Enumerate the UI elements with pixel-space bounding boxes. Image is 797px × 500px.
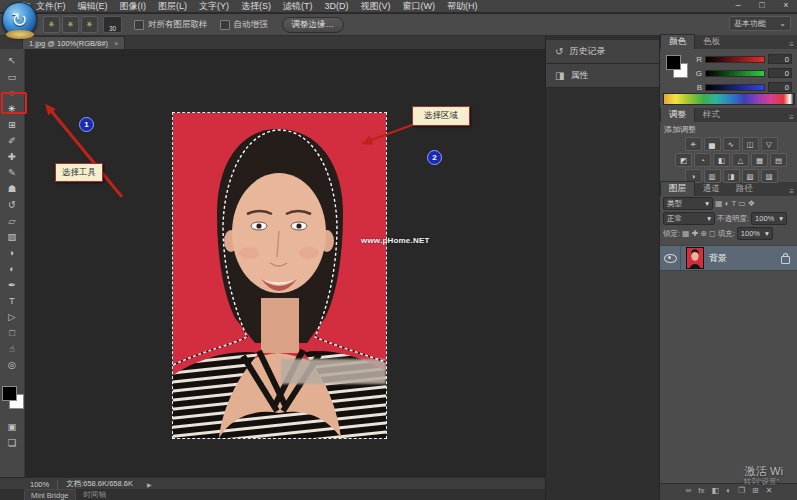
menu-layer[interactable]: 图层(L) <box>152 0 193 13</box>
red-value[interactable]: 0 <box>768 54 792 64</box>
foreground-color-swatch[interactable] <box>2 386 17 401</box>
gradient-tool[interactable]: ▧ <box>3 228 22 244</box>
screen-mode-button[interactable]: ❏ <box>3 434 22 450</box>
foreground-color-swatch-panel[interactable] <box>666 55 681 70</box>
curves-icon[interactable]: ∿ <box>723 137 740 151</box>
zoom-level-field[interactable]: 100% <box>30 480 49 489</box>
fill-field[interactable]: 100%▾ <box>737 227 773 240</box>
blur-tool[interactable]: ◗ <box>3 244 22 260</box>
menu-3d[interactable]: 3D(D) <box>319 1 355 11</box>
eraser-tool[interactable]: ▱ <box>3 212 22 228</box>
levels-icon[interactable]: ▅ <box>704 137 721 151</box>
properties-panel-button[interactable]: ◨ 属性 <box>546 64 660 88</box>
color-balance-icon[interactable]: ◔ <box>694 153 711 167</box>
photo-document[interactable] <box>172 112 387 439</box>
lock-transparency-icon[interactable]: ▦ <box>682 229 690 238</box>
color-spectrum-bar[interactable] <box>663 93 795 105</box>
lock-all-icon[interactable]: ◻ <box>709 229 716 238</box>
menu-view[interactable]: 视图(V) <box>355 0 397 13</box>
layer-visibility-toggle[interactable] <box>660 246 681 270</box>
exposure-icon[interactable]: ◫ <box>742 137 759 151</box>
filter-smart-object-icon[interactable]: ❖ <box>748 199 755 208</box>
auto-enhance-checkbox[interactable] <box>220 20 230 30</box>
brightness-contrast-icon[interactable]: ☀ <box>685 137 702 151</box>
crop-tool[interactable]: ⊞ <box>3 116 22 132</box>
minimize-button[interactable]: – <box>731 0 745 10</box>
brush-tool[interactable]: ✎ <box>3 164 22 180</box>
hue-saturation-icon[interactable]: ◩ <box>675 153 692 167</box>
pen-tool[interactable]: ✒ <box>3 276 22 292</box>
refine-edge-button[interactable]: 调整边缘… <box>282 17 345 33</box>
black-white-icon[interactable]: ◧ <box>713 153 730 167</box>
posterize-icon[interactable]: ▥ <box>704 169 721 183</box>
menu-window[interactable]: 窗口(W) <box>397 0 442 13</box>
green-value[interactable]: 0 <box>768 68 792 78</box>
quick-mask-button[interactable]: ▣ <box>3 418 22 434</box>
panel-menu-icon[interactable]: ≡ <box>789 40 797 49</box>
adjustment-layer-icon[interactable]: ◐ <box>726 486 731 495</box>
tab-adjustments[interactable]: 调整 <box>660 107 695 122</box>
layer-group-icon[interactable]: ❐ <box>738 486 745 495</box>
shape-tool[interactable]: □ <box>3 324 22 340</box>
type-tool[interactable]: T <box>3 292 22 308</box>
document-tab[interactable]: 1.jpg @ 100%(RGB/8#) × <box>22 36 125 50</box>
filter-shape-icon[interactable]: ▭ <box>738 199 746 208</box>
clone-stamp-tool[interactable]: ☗ <box>3 180 22 196</box>
color-lookup-icon[interactable]: ▤ <box>770 153 787 167</box>
photo-filter-icon[interactable]: △ <box>732 153 749 167</box>
tab-color[interactable]: 颜色 <box>660 34 695 49</box>
timeline-button[interactable]: 时间轴 <box>84 490 107 500</box>
opacity-field[interactable]: 100%▾ <box>751 212 787 225</box>
threshold-icon[interactable]: ◨ <box>723 169 740 183</box>
tab-styles[interactable]: 样式 <box>695 108 728 122</box>
panel-menu-icon[interactable]: ≡ <box>789 113 797 122</box>
selective-color-icon[interactable]: ▨ <box>761 169 778 183</box>
tab-layers[interactable]: 图层 <box>660 181 695 196</box>
workspace-switcher[interactable]: 基本功能 ⌄ <box>729 16 791 31</box>
filter-pixel-icon[interactable]: ▦ <box>715 199 723 208</box>
dodge-tool[interactable]: ◐ <box>3 260 22 276</box>
channel-mixer-icon[interactable]: ▦ <box>751 153 768 167</box>
link-layers-icon[interactable]: ∞ <box>686 486 692 495</box>
close-button[interactable]: × <box>779 0 793 10</box>
tab-swatches[interactable]: 色板 <box>695 35 728 49</box>
menu-type[interactable]: 文字(Y) <box>193 0 235 13</box>
hand-tool[interactable]: ☝ <box>3 340 22 356</box>
eyedropper-tool[interactable]: ✐ <box>3 132 22 148</box>
gradient-map-icon[interactable]: ▧ <box>742 169 759 183</box>
move-tool[interactable]: ↖ <box>3 52 22 68</box>
menu-help[interactable]: 帮助(H) <box>441 0 484 13</box>
status-options-icon[interactable]: ▶ <box>147 481 152 488</box>
lock-pixels-icon[interactable]: ✚ <box>692 229 699 238</box>
maximize-button[interactable]: □ <box>755 0 769 10</box>
filter-kind-dropdown[interactable]: 类型▾ <box>663 197 713 210</box>
history-panel-button[interactable]: ↺ 历史记录 <box>546 40 660 64</box>
menu-filter[interactable]: 滤镜(T) <box>277 0 319 13</box>
tab-paths[interactable]: 路径 <box>728 182 761 196</box>
filter-adjustment-icon[interactable]: ◐ <box>725 199 730 208</box>
vibrance-icon[interactable]: ▽ <box>761 137 778 151</box>
mini-bridge-button[interactable]: Mini Bridge <box>24 489 76 500</box>
new-layer-icon[interactable]: ⊞ <box>752 486 759 495</box>
blue-value[interactable]: 0 <box>768 82 792 92</box>
menu-image[interactable]: 图像(I) <box>114 0 153 13</box>
wand-add-icon[interactable]: ✳ <box>62 16 79 33</box>
filter-type-icon[interactable]: T <box>731 199 736 208</box>
background-layer-row[interactable]: 背景 <box>660 245 797 271</box>
healing-brush-tool[interactable]: ✚ <box>3 148 22 164</box>
brush-size-picker[interactable]: 30 <box>103 16 122 33</box>
blue-slider[interactable] <box>705 84 765 91</box>
red-slider[interactable] <box>705 56 765 63</box>
marquee-tool[interactable]: ▭ <box>3 68 22 84</box>
history-brush-tool[interactable]: ↺ <box>3 196 22 212</box>
tab-channels[interactable]: 通道 <box>695 182 728 196</box>
wand-preset-icon[interactable]: ✳ <box>43 16 60 33</box>
panel-menu-icon[interactable]: ≡ <box>789 187 797 196</box>
tab-close-icon[interactable]: × <box>114 39 118 48</box>
layer-thumbnail[interactable] <box>686 247 704 269</box>
blend-mode-dropdown[interactable]: 正常▾ <box>663 212 715 225</box>
sample-all-layers-checkbox[interactable] <box>134 20 144 30</box>
wand-subtract-icon[interactable]: ✳ <box>81 16 98 33</box>
menu-select[interactable]: 选择(S) <box>235 0 277 13</box>
layer-mask-icon[interactable]: ◧ <box>711 486 719 495</box>
